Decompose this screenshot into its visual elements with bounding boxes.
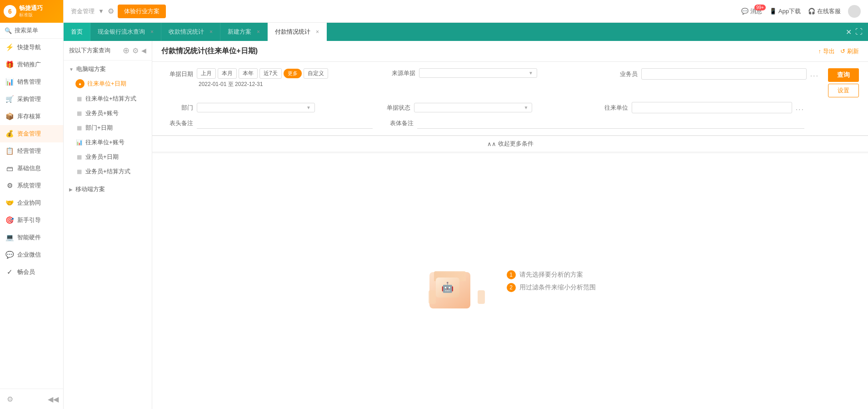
headset-icon: 🎧 [808,8,815,15]
collapse-btn[interactable]: ∧∧ 收起更多条件 [487,140,534,148]
sidebar-search[interactable]: 🔍 搜索菜单 [0,23,63,39]
tab-bank-flow[interactable]: 现金银行流水查询 × [90,23,161,41]
tab-collection-stats-label: 收款情况统计 [169,28,204,36]
tab-home[interactable]: 首页 [64,23,90,41]
sidebar-item-inventory[interactable]: 📦 库存核算 [0,108,63,125]
note-body-input[interactable] [417,120,804,126]
sidebar-item-guide[interactable]: 🎯 新手引导 [0,212,63,229]
more-date-btn[interactable]: 更多 [284,69,302,78]
sidebar-item-capital[interactable]: 💰 资金管理 [0,125,63,142]
unit-dots-btn[interactable]: ... [796,104,804,112]
staff-input[interactable] [645,71,803,77]
scheme-item-staff-date[interactable]: ▦ 业务员+日期 [64,150,152,164]
refresh-action[interactable]: ↺ 刷新 [840,47,859,56]
tabbar: 首页 现金银行流水查询 × 收款情况统计 × 新建方案 × 付款情况统计 × ✕… [64,23,868,41]
sidebar-item-label: 畅会员 [17,268,35,276]
smart-hw-icon: 💻 [5,233,14,242]
query-btn[interactable]: 查询 [828,68,859,82]
scheme-item-bar-icon: 📊 [75,139,83,146]
scheme-collapse-icon[interactable]: ◀ [141,47,146,54]
scheme-item-unit-date[interactable]: ● 往来单位+日期 [64,76,152,91]
dept-select[interactable]: ▼ [197,103,315,112]
app-download-btn[interactable]: 📱 App下载 [769,7,801,15]
staff-label: 业务员 [606,70,638,78]
unit-label: 往来单位 [596,104,628,112]
settings-btn[interactable]: 设置 [828,84,859,97]
sidebar-item-basic-info[interactable]: 🗃 基础信息 [0,160,63,177]
doc-status-label: 单据状态 [379,104,410,112]
sidebar-item-purchase[interactable]: 🛒 采购管理 [0,91,63,108]
empty-hint-2: 2 用过滤条件来缩小分析范围 [507,283,596,292]
scheme-item-staff-settlement[interactable]: ▦ 业务员+结算方式 [64,164,152,179]
scheme-add-icon[interactable]: ⊕ [123,45,130,56]
sidebar-header: 6 畅捷通巧 标准版 [0,0,63,23]
tab-bank-flow-close-icon[interactable]: × [150,29,154,35]
export-label: 导出 [823,47,835,56]
sidebar-item-operations[interactable]: 📋 经营管理 [0,142,63,160]
this-month-btn[interactable]: 本月 [218,68,237,79]
tab-collection-stats-close-icon[interactable]: × [210,29,213,35]
sidebar-item-marketing[interactable]: 🎁 营销推广 [0,56,63,73]
topbar-left: 资金管理 ▼ ⚙ 体验行业方案 [71,5,736,18]
this-year-btn[interactable]: 本年 [239,68,258,79]
empty-hint-1: 1 请先选择要分析的方案 [507,270,596,279]
scheme-item-unit-date-label: 往来单位+日期 [87,80,126,88]
tab-new-plan-label: 新建方案 [228,28,251,36]
mobile-group-header[interactable]: ▶ 移动端方案 [64,182,152,196]
sidebar-item-label: 营销推广 [17,61,41,69]
scheme-settings-icon[interactable]: ⚙ [132,46,139,55]
sidebar-item-quick-nav[interactable]: ⚡ 快捷导航 [0,39,63,56]
user-avatar[interactable] [848,5,861,18]
sidebar-item-member[interactable]: ✓ 畅会员 [0,263,63,281]
scheme-item-staff-account[interactable]: ▦ 业务员+账号 [64,106,152,121]
doc-status-select[interactable]: ▼ [414,103,532,112]
export-action[interactable]: ↑ 导出 [818,47,835,56]
trial-btn[interactable]: 体验行业方案 [118,5,166,18]
sidebar-item-system[interactable]: ⚙ 系统管理 [0,177,63,194]
tab-payment-stats[interactable]: 付款情况统计 × [268,23,327,41]
staff-dots-btn[interactable]: ... [810,70,819,78]
desktop-group-header[interactable]: ▼ 电脑端方案 [64,62,152,76]
collapse-label: 收起更多条件 [498,140,534,148]
sidebar-item-enterprise-wx[interactable]: 💬 企业微信 [0,246,63,263]
sidebar-item-label: 经营管理 [17,147,41,155]
sidebar-footer: ⚙ ◀◀ [0,389,63,409]
date-buttons: 上月 本月 本年 近7天 更多 自定义 [197,68,374,79]
tab-payment-stats-close-icon[interactable]: × [316,29,319,35]
last-month-btn[interactable]: 上月 [197,68,216,79]
tab-new-plan[interactable]: 新建方案 × [220,23,268,41]
tab-payment-stats-label: 付款情况统计 [275,28,310,36]
source-select[interactable]: ▼ [419,68,537,78]
header-actions: ↑ 导出 ↺ 刷新 [818,47,859,56]
mobile-group-label: 移动端方案 [75,185,105,193]
tab-collection-stats[interactable]: 收款情况统计 × [161,23,220,41]
sidebar-item-sales[interactable]: 📊 销售管理 [0,73,63,91]
custom-date-btn[interactable]: 自定义 [304,68,328,79]
scheme-item-unit-settlement[interactable]: ▦ 往来单位+结算方式 [64,91,152,106]
scheme-item-unit-account[interactable]: 📊 往来单位+账号 [64,135,152,150]
online-service-btn[interactable]: 🎧 在线客服 [808,7,841,15]
sidebar-item-smart-hw[interactable]: 💻 智能硬件 [0,229,63,246]
scheme-item-unit-account-label: 往来单位+账号 [85,138,125,146]
sidebar-item-enterprise[interactable]: 🤝 企业协同 [0,194,63,212]
scheme-item-dept-date[interactable]: ▦ 部门+日期 [64,121,152,135]
source-chevron-icon: ▼ [529,71,533,76]
purchase-icon: 🛒 [5,95,14,103]
last-7days-btn[interactable]: 近7天 [259,68,282,79]
topbar-gear-icon[interactable]: ⚙ [108,7,114,15]
tab-close-all-icon[interactable]: ✕ [846,28,852,36]
note-header-label: 表头备注 [161,119,193,127]
refresh-label: 刷新 [847,47,859,56]
topbar: 资金管理 ▼ ⚙ 体验行业方案 💬 消息 99+ 📱 App下载 🎧 在线客服 [64,0,868,23]
sidebar-settings-icon[interactable]: ⚙ [5,394,15,404]
guide-icon: 🎯 [5,216,14,224]
message-btn[interactable]: 💬 消息 99+ [741,7,762,15]
search-icon: 🔍 [5,27,12,34]
scheme-item-dot-icon: ● [75,79,85,88]
unit-input[interactable] [636,104,788,111]
tab-expand-icon[interactable]: ⛶ [855,28,863,36]
tab-new-plan-close-icon[interactable]: × [257,29,260,35]
sidebar-collapse-icon[interactable]: ◀◀ [48,394,59,404]
member-icon: ✓ [5,268,14,276]
note-header-input[interactable] [197,120,373,126]
